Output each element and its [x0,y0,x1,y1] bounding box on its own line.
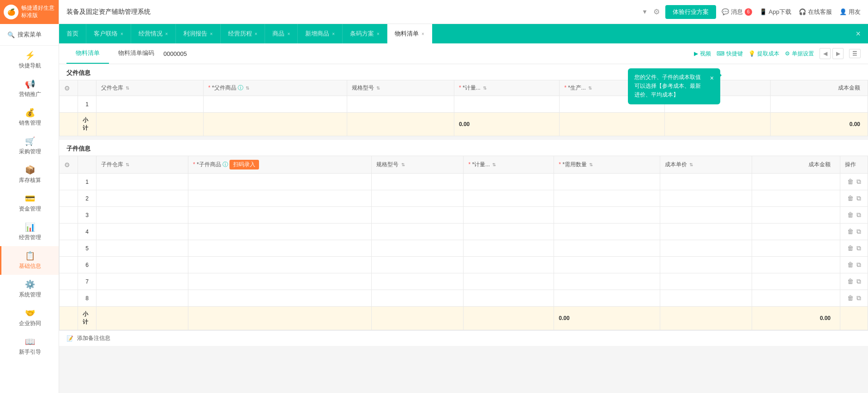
td-child-quantity[interactable] [554,190,660,207]
copy-icon[interactable]: ⧉ [856,244,861,252]
td-child-quantity[interactable] [554,257,660,273]
td-child-quantity[interactable] [554,290,660,307]
tab-operations[interactable]: 经营情况 × [131,24,176,43]
sort-icon[interactable]: ⇅ [126,85,129,91]
tab-close-icon[interactable]: × [377,31,380,36]
td-child-quantity[interactable] [554,273,660,290]
td-child-warehouse[interactable] [96,273,188,290]
add-note-text[interactable]: 添加备注信息 [77,334,110,342]
td-child-unit-cost[interactable] [660,257,752,273]
sort-icon[interactable]: ⇅ [483,85,487,91]
td-child-unit-cost[interactable] [660,224,752,240]
tab-close-icon[interactable]: × [121,31,123,36]
td-child-unit-cost[interactable] [660,273,752,290]
tab-goods[interactable]: 商品 × [265,24,298,43]
nav-close-all-btn[interactable]: × [848,29,868,39]
sidebar-item-system[interactable]: ⚙️ 系统管理 [0,275,59,303]
td-child-goods[interactable] [188,290,372,307]
td-child-unit[interactable] [464,207,554,224]
app-download-btn[interactable]: 📱 App下载 [760,8,791,16]
extract-cost-link[interactable]: 💡 提取成本 [748,50,779,58]
list-view-btn[interactable]: ☰ [849,49,861,58]
td-child-unit-cost[interactable] [660,290,752,307]
sort-icon[interactable]: ⇅ [126,162,129,167]
view-link[interactable]: ▶ 视频 [694,50,711,58]
sidebar-item-guide[interactable]: 📖 新手引导 [0,332,59,361]
td-child-spec[interactable] [372,207,464,224]
td-child-unit[interactable] [464,257,554,273]
sort-icon[interactable]: ⇅ [589,162,593,167]
sort-icon[interactable]: ⇅ [246,85,249,91]
sidebar-item-quick-nav[interactable]: ⚡ 快捷导航 [0,46,59,74]
copy-icon[interactable]: ⧉ [856,278,861,285]
sidebar-item-enterprise[interactable]: 🤝 企业协同 [0,303,59,332]
sidebar-item-marketing[interactable]: 📢 营销推广 [0,74,59,103]
tooltip-close-btn[interactable]: × [710,73,714,83]
td-child-quantity[interactable] [554,174,660,190]
sidebar-item-operations[interactable]: 📊 经营管理 [0,218,59,246]
td-child-warehouse[interactable] [96,190,188,207]
td-child-warehouse[interactable] [96,174,188,190]
tab-home[interactable]: 首页 [59,24,86,43]
td-child-goods[interactable] [188,273,372,290]
copy-icon[interactable]: ⧉ [856,194,861,202]
gear-icon[interactable]: ⚙ [64,85,70,92]
sidebar-item-finance[interactable]: 💳 资金管理 [0,189,59,218]
delete-icon[interactable]: 🗑 [847,294,854,302]
next-btn[interactable]: ▶ [832,48,844,59]
delete-icon[interactable]: 🗑 [847,194,854,202]
sort-icon[interactable]: ⇅ [401,162,405,167]
td-child-goods[interactable] [188,224,372,240]
tab-history[interactable]: 经营历程 × [221,24,265,43]
delete-icon[interactable]: 🗑 [847,278,854,285]
td-child-warehouse[interactable] [96,257,188,273]
delete-icon[interactable]: 🗑 [847,228,854,236]
sidebar-item-basic-info[interactable]: 📋 基础信息 [0,246,59,275]
td-child-spec[interactable] [372,240,464,257]
td-child-goods[interactable] [188,240,372,257]
tab-close-icon[interactable]: × [287,31,290,36]
sidebar-item-inventory[interactable]: 📦 库存核算 [0,160,59,189]
copy-icon[interactable]: ⧉ [856,178,861,186]
gear-icon[interactable]: ⚙ [64,161,70,169]
td-child-spec[interactable] [372,290,464,307]
tab-add-goods[interactable]: 新增商品 × [298,24,343,43]
sort-icon[interactable]: ⇅ [492,162,496,167]
sub-tab-bom-list[interactable]: 物料清单 [66,43,109,64]
td-child-spec[interactable] [372,224,464,240]
tab-profit[interactable]: 利润报告 × [176,24,221,43]
copy-icon[interactable]: ⧉ [856,211,861,219]
td-child-unit[interactable] [464,290,554,307]
search-menu-button[interactable]: 🔍 搜索菜单 [4,28,55,42]
td-unit[interactable] [454,96,559,113]
td-child-unit[interactable] [464,224,554,240]
td-child-warehouse[interactable] [96,224,188,240]
tab-close-icon[interactable]: × [255,31,258,36]
sub-tab-bom-code[interactable]: 物料清单编码 [109,43,163,64]
td-child-spec[interactable] [372,174,464,190]
td-child-quantity[interactable] [554,240,660,257]
message-btn[interactable]: 💬 消息 6 [722,8,752,16]
shortcut-link[interactable]: ⌨ 快捷键 [717,50,743,58]
sort-icon[interactable]: ⇅ [376,85,380,91]
delete-icon[interactable]: 🗑 [847,244,854,252]
td-spec[interactable] [347,96,454,113]
single-settings-link[interactable]: ⚙ 单据设置 [785,50,814,58]
tab-close-icon[interactable]: × [210,31,213,36]
online-service-btn[interactable]: 🎧 在线客服 [799,8,832,16]
copy-icon[interactable]: ⧉ [856,261,861,269]
td-child-quantity[interactable] [554,207,660,224]
user-btn[interactable]: 👤 用友 [839,8,861,16]
delete-icon[interactable]: 🗑 [847,211,854,219]
td-child-warehouse[interactable] [96,207,188,224]
td-child-goods[interactable] [188,174,372,190]
td-child-warehouse[interactable] [96,240,188,257]
td-child-spec[interactable] [372,257,464,273]
td-child-goods[interactable] [188,207,372,224]
td-parent-warehouse[interactable] [96,96,204,113]
td-child-goods[interactable] [188,257,372,273]
copy-icon[interactable]: ⧉ [856,228,861,236]
td-parent-goods[interactable] [203,96,347,113]
td-child-unit-cost[interactable] [660,207,752,224]
tab-customer[interactable]: 客户联络 × [86,24,131,43]
